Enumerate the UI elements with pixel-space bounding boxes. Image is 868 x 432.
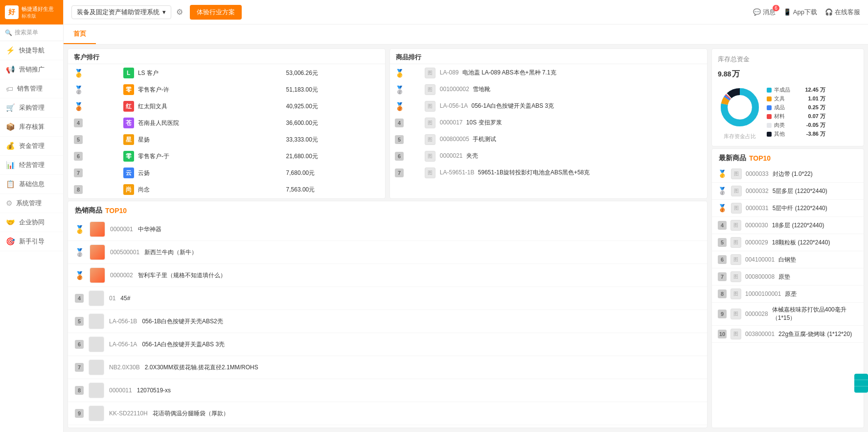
product-name: 5层中纤 (1220*2440): [773, 204, 858, 213]
legend-value: 0.25 万: [808, 104, 825, 111]
search-icon: 🔍: [5, 29, 12, 36]
sidebar-item-finance[interactable]: 💰 资金管理: [0, 137, 63, 156]
inventory-box: 库存总资金 9.88万: [711, 48, 864, 146]
customer-name: 红太阳文具: [138, 103, 167, 110]
rank-number: 4: [74, 119, 83, 127]
hot-thumb: [89, 290, 104, 306]
sidebar-item-marketing[interactable]: 📢 营销推广: [0, 60, 63, 79]
new-products-title: 最新商品 TOP10: [712, 149, 864, 166]
product-code: 0000030: [745, 222, 768, 229]
inventory-amount: 9.88万: [718, 67, 858, 79]
new-product-avatar: 图: [731, 329, 741, 339]
legend-dot: [767, 132, 772, 137]
sidebar-item-system[interactable]: ⚙ 系统管理: [0, 194, 63, 213]
new-product-avatar: 图: [731, 186, 742, 196]
legend-label: 文具: [774, 95, 806, 102]
product-name: 18颗粒板 (1220*2440): [772, 239, 858, 247]
product-name: 夹壳: [466, 152, 478, 159]
rank-number: 5: [395, 135, 404, 144]
customer-name: 苍南县人民医院: [138, 120, 179, 126]
system-icon: ⚙: [6, 199, 12, 208]
product-code: 0000011: [109, 387, 132, 394]
table-row: 🥈 零 零售客户-许 51,183.00元: [69, 82, 384, 97]
new-product-avatar: 图: [731, 288, 741, 299]
product-name: 雪地靴: [473, 86, 490, 93]
customer-name: 云扬: [138, 169, 150, 176]
finance-icon: 💰: [6, 142, 15, 150]
svg-point-7: [730, 97, 750, 117]
medal-icon: 🥉: [74, 102, 84, 111]
list-item: 5 图 0000029 18颗粒板 (1220*2440): [712, 234, 864, 251]
sidebar-item-sales[interactable]: 🏷 销售管理: [0, 79, 63, 98]
new-product-avatar: 图: [731, 237, 741, 248]
rank-number: 5: [74, 135, 83, 144]
sidebar-item-guide[interactable]: 🎯 新手引导: [0, 232, 63, 251]
tab-home[interactable]: 首页: [64, 24, 96, 44]
product-name: 056-1B白色按键开关壳ABS2壳: [142, 317, 223, 326]
online-service-btn[interactable]: 🎧 在线客服: [825, 8, 860, 17]
table-row: 4 图 0000017 10S 变扭罗浆: [391, 115, 706, 131]
rank-number: 9: [718, 310, 727, 318]
product-code: LA-59651-1B: [440, 169, 475, 176]
inventory-title: 库存总资金: [718, 55, 858, 64]
table-row: 7 图 LA-59651-1B 59651-1B旋转投影灯电池盒ABS黑色+58…: [391, 165, 706, 181]
customer-avatar: 零: [123, 84, 134, 95]
table-row: 8 尚 尚念 7,563.00元: [69, 182, 384, 197]
hot-thumb: [89, 313, 104, 329]
product-name: 2.0X30MM双搓花轴.搓花直径2.1MM/ROHS: [145, 363, 258, 372]
guide-icon: 🎯: [6, 237, 15, 246]
rank-number: 4: [718, 221, 727, 230]
gear-icon[interactable]: ⚙: [176, 7, 183, 17]
product-code: 0000033: [746, 170, 769, 177]
sidebar-item-operations[interactable]: 📊 经营管理: [0, 156, 63, 175]
rank-number: 6: [74, 152, 83, 161]
message-icon: 💬: [753, 8, 761, 16]
table-row: 6 图 0000021 夹壳: [391, 148, 706, 164]
rank-number: 7: [75, 363, 84, 372]
donut-chart: 库存资金占比: [718, 85, 762, 140]
app-download-btn[interactable]: 📱 App下载: [783, 8, 817, 17]
rank-number: 7: [74, 168, 83, 177]
search-menu[interactable]: 🔍 搜索菜单: [0, 24, 63, 41]
sidebar-item-basic-info[interactable]: 📋 基础信息: [0, 175, 63, 194]
sidebar-item-inventory[interactable]: 📦 库存核算: [0, 118, 63, 137]
customer-avatar: 苍: [123, 118, 134, 128]
hot-products-title: 热销商品 TOP10: [68, 201, 707, 218]
headset-icon: 🎧: [825, 8, 833, 16]
customer-ranking-title: 客户排行: [68, 49, 385, 64]
chevron-down-icon: ▾: [162, 8, 166, 16]
trial-btn[interactable]: 体验行业方案: [190, 5, 242, 20]
list-item: 🥇 0000001 中华神器: [68, 218, 707, 241]
rank-number: 8: [718, 289, 727, 298]
customer-ranking-panel: 客户排行 🥇 L LS 客户 53,006.26元🥈 零 零售客户-许 51,1…: [68, 48, 386, 199]
sidebar-item-collaboration[interactable]: 🤝 企业协同: [0, 213, 63, 232]
customer-name: 零售客户-许: [138, 86, 169, 93]
quick-nav-icon: ⚡: [6, 46, 15, 55]
hot-thumb: [90, 221, 105, 237]
product-name: 新西兰牛肉（新牛）: [144, 248, 197, 257]
logo-icon: 好: [5, 5, 19, 19]
legend-item: 文具 1.01 万: [767, 95, 825, 102]
medal-icon: 🥈: [718, 187, 727, 195]
cs-community-btn[interactable]: 服务社区: [854, 380, 868, 386]
cs-live-btn[interactable]: 直播: [854, 386, 868, 393]
list-item: 🥉 图 0000031 5层中纤 (1220*2440): [712, 200, 864, 217]
product-name: 电池盖 LA-089 ABS本色+黑种 7.1克: [462, 69, 556, 76]
product-code: 0000028: [745, 311, 768, 317]
product-name: 056-1A白色按键开关盖ABS 3克: [472, 102, 554, 109]
system-select[interactable]: 装备及固定资产辅助管理系统 ▾: [71, 5, 171, 19]
cs-hotline-btn[interactable]: 客服热线: [854, 374, 868, 380]
new-product-avatar: 图: [731, 203, 742, 214]
sidebar-item-quick-nav[interactable]: ⚡ 快捷导航: [0, 41, 63, 60]
sidebar-item-purchase[interactable]: 🛒 采购管理: [0, 98, 63, 118]
new-product-avatar: 图: [731, 220, 741, 231]
collab-icon: 🤝: [6, 218, 15, 227]
product-code: LA-056-1B: [109, 318, 137, 325]
message-btn[interactable]: 💬 消息 6: [753, 8, 776, 17]
legend-label: 其他: [774, 130, 804, 138]
medal-icon: 🥉: [718, 204, 727, 213]
product-name: 原垄: [785, 290, 858, 298]
product-name: 中华神器: [138, 225, 161, 234]
legend-dot: [767, 105, 772, 110]
medal-icon: 🥇: [75, 225, 85, 234]
